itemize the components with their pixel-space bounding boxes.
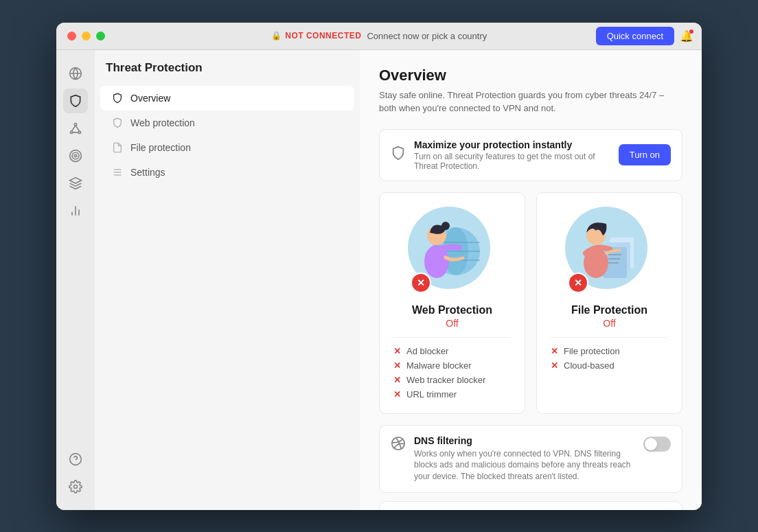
feature-file-protection: ✕ File protection xyxy=(551,346,668,356)
file-protection-illustration: ✕ xyxy=(565,207,654,296)
web-protection-features: ✕ Ad blocker ✕ Malware blocker ✕ Web tra… xyxy=(393,346,511,400)
sidebar-item-label: Web protection xyxy=(130,117,195,128)
nav-icon-help[interactable] xyxy=(63,447,88,472)
sidebar-section-title: Threat Protection xyxy=(95,61,360,86)
sidebar-item-label: File protection xyxy=(130,142,191,153)
minimize-button[interactable] xyxy=(82,32,91,41)
sidebar-panel: Threat Protection Overview xyxy=(95,50,360,510)
traffic-lights xyxy=(67,32,105,41)
feature-x-icon: ✕ xyxy=(551,360,558,371)
turn-on-button[interactable]: Turn on xyxy=(619,144,671,165)
page-subtitle: Stay safe online. Threat Protection guar… xyxy=(379,89,682,115)
sidebar-item-file-protection[interactable]: File protection xyxy=(100,135,354,160)
titlebar-actions: Quick connect 🔔 xyxy=(596,27,693,45)
toggle-thumb xyxy=(645,438,657,450)
file-protection-features: ✕ File protection ✕ Cloud-based xyxy=(551,346,668,371)
notification-dot xyxy=(689,30,693,34)
nav-icon-shield[interactable] xyxy=(63,89,88,113)
nav-icon-stats[interactable] xyxy=(63,198,88,223)
dns-title: DNS filtering xyxy=(414,435,635,446)
nav-icon-layers[interactable] xyxy=(63,171,88,196)
connection-status: 🔒 NOT CONNECTED xyxy=(271,31,362,41)
file-protection-icon xyxy=(111,141,124,154)
web-protection-icon xyxy=(111,117,124,129)
web-protection-card: ✕ Web Protection Off ✕ Ad blocker ✕ Malw… xyxy=(379,192,525,414)
card-divider xyxy=(393,337,511,338)
web-protection-name: Web Protection xyxy=(412,304,492,316)
banner-shield-icon xyxy=(391,146,406,164)
file-protection-card: ✕ File Protection Off ✕ File protection … xyxy=(536,192,682,414)
connect-prompt: Connect now or pick a country xyxy=(367,31,487,41)
content-area: Overview Stay safe online. Threat Protec… xyxy=(360,50,702,510)
dns-text: DNS filtering Works only when you're con… xyxy=(414,435,635,483)
maximize-button[interactable] xyxy=(96,32,105,41)
feature-malware-blocker: ✕ Malware blocker xyxy=(393,360,511,371)
svg-line-4 xyxy=(71,125,76,130)
titlebar-center: 🔒 NOT CONNECTED Connect now or pick a co… xyxy=(271,31,487,41)
feature-x-icon: ✕ xyxy=(551,346,558,356)
close-button[interactable] xyxy=(67,32,76,41)
dns-icon xyxy=(391,436,406,454)
settings-icon xyxy=(111,166,124,178)
quick-connect-button[interactable]: Quick connect xyxy=(596,27,674,45)
svg-point-27 xyxy=(441,222,450,230)
lock-icon: 🔒 xyxy=(271,31,282,41)
overview-icon xyxy=(111,92,124,104)
svg-point-2 xyxy=(71,131,73,133)
svg-point-16 xyxy=(74,485,78,488)
sidebar-item-overview[interactable]: Overview xyxy=(100,86,354,111)
main-content: Threat Protection Overview xyxy=(56,50,702,510)
banner-title: Maximize your protection instantly xyxy=(414,139,610,150)
feature-cloud-based: ✕ Cloud-based xyxy=(551,360,668,371)
sidebar-item-settings[interactable]: Settings xyxy=(100,160,354,185)
file-protection-name: File Protection xyxy=(571,304,647,316)
file-protection-off-badge: ✕ xyxy=(568,273,588,293)
nav-icon-mesh[interactable] xyxy=(63,116,88,141)
svg-point-3 xyxy=(78,131,80,133)
feature-x-icon: ✕ xyxy=(393,375,401,385)
sidebar-item-label: Overview xyxy=(130,93,170,104)
feature-url-trimmer: ✕ URL trimmer xyxy=(393,389,511,400)
protection-cards: ✕ Web Protection Off ✕ Ad blocker ✕ Malw… xyxy=(379,192,682,414)
svg-point-9 xyxy=(74,154,76,157)
feature-ad-blocker: ✕ Ad blocker xyxy=(393,346,511,356)
svg-point-1 xyxy=(74,123,76,125)
svg-point-8 xyxy=(72,152,79,159)
app-window: 🔒 NOT CONNECTED Connect now or pick a co… xyxy=(56,23,702,510)
feature-web-tracker: ✕ Web tracker blocker xyxy=(393,375,511,385)
feature-x-icon: ✕ xyxy=(393,389,401,400)
status-text: NOT CONNECTED xyxy=(285,31,361,41)
protection-banner: Maximize your protection instantly Turn … xyxy=(379,129,682,181)
sidebar-nav-icons xyxy=(56,50,95,510)
file-protection-status: Off xyxy=(603,318,615,329)
nav-icon-settings[interactable] xyxy=(63,474,88,499)
dns-filtering-section: DNS filtering Works only when you're con… xyxy=(379,425,682,493)
svg-line-5 xyxy=(76,125,80,130)
sidebar-item-label: Settings xyxy=(130,167,165,178)
banner-text: Maximize your protection instantly Turn … xyxy=(414,139,610,171)
svg-marker-10 xyxy=(70,177,82,183)
web-protection-status: Off xyxy=(446,318,458,329)
feature-x-icon: ✕ xyxy=(393,346,401,356)
nav-icon-target[interactable] xyxy=(63,143,88,168)
notifications-button[interactable]: 🔔 xyxy=(680,30,693,43)
report-problem-section: Report a problem Something doesn't work … xyxy=(379,501,682,510)
feature-x-icon: ✕ xyxy=(393,360,401,371)
sidebar-layout: Threat Protection Overview xyxy=(56,50,360,510)
web-protection-off-badge: ✕ xyxy=(411,273,431,293)
dns-description: Works only when you're connected to VPN.… xyxy=(414,448,635,483)
banner-description: Turn on all security features to get the… xyxy=(414,152,610,171)
dns-toggle[interactable] xyxy=(643,437,671,452)
titlebar: 🔒 NOT CONNECTED Connect now or pick a co… xyxy=(56,23,702,50)
web-protection-illustration: ✕ xyxy=(408,207,497,296)
card-divider xyxy=(551,337,668,338)
nav-icon-globe[interactable] xyxy=(63,61,88,86)
sidebar-item-web-protection[interactable]: Web protection xyxy=(100,111,354,135)
page-title: Overview xyxy=(379,67,682,84)
